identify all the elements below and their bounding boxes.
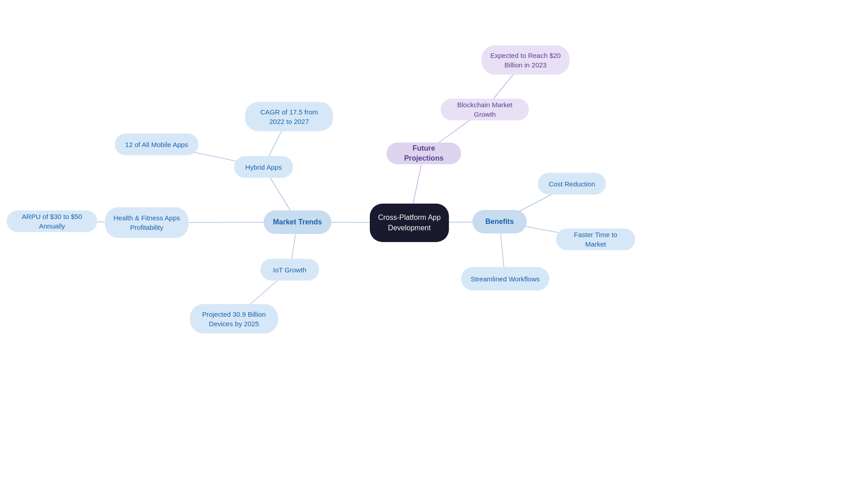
health-fitness-node: Health & Fitness Apps Profitability [105, 207, 189, 238]
streamlined-node: Streamlined Workflows [461, 267, 549, 290]
expected-node: Expected to Reach $20 Billion in 2023 [481, 45, 570, 75]
projected-node: Projected 30.9 Billion Devices by 2025 [190, 304, 278, 333]
cost-reduction-node: Cost Reduction [538, 173, 606, 195]
benefits-node: Benefits [472, 210, 527, 233]
blockchain-node: Blockchain Market Growth [441, 99, 529, 120]
arpu-node: ARPU of $30 to $50 Annually [7, 210, 97, 232]
cagr-node: CAGR of 17.5 from 2022 to 2027 [245, 102, 333, 131]
twelve-mobile-node: 12 of All Mobile Apps [115, 133, 198, 155]
future-projections-node: Future Projections [387, 143, 461, 164]
iot-growth-node: IoT Growth [260, 259, 319, 281]
market-trends-node: Market Trends [264, 210, 331, 234]
center-node: Cross-Platform App Development [370, 204, 449, 242]
hybrid-apps-node: Hybrid Apps [234, 156, 293, 178]
faster-time-node: Faster Time to Market [556, 228, 635, 250]
